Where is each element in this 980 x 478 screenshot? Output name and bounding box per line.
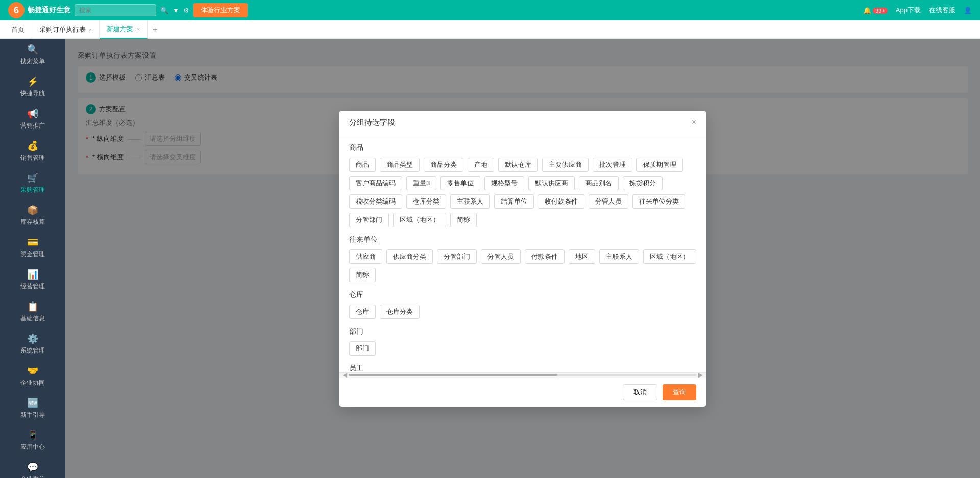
sidebar-item-wechat[interactable]: 💬 企业微信 bbox=[0, 457, 65, 478]
purchase-icon: 🛒 bbox=[27, 172, 38, 184]
field-tag-tax-code[interactable]: 税收分类编码 bbox=[349, 194, 402, 209]
dropdown-icon[interactable]: ▼ bbox=[173, 7, 179, 14]
tab-add-button[interactable]: + bbox=[148, 25, 162, 34]
modal-header: 分组待选字段 × bbox=[339, 111, 706, 135]
field-tag-batch-mgmt[interactable]: 批次管理 bbox=[593, 158, 632, 172]
goods-section: 商品 商品 商品类型 商品分类 产地 默认仓库 主要供应商 批次管理 保质期管理… bbox=[349, 143, 696, 227]
field-tag-weight3[interactable]: 重量3 bbox=[406, 176, 436, 190]
field-tag-expiry-mgmt[interactable]: 保质期管理 bbox=[636, 158, 683, 172]
sidebar-item-finance[interactable]: 💳 资金管理 bbox=[0, 232, 65, 264]
search-icon: 🔍 bbox=[27, 44, 38, 55]
emp-section-label: 员工 bbox=[349, 364, 696, 372]
field-tag-settlement-unit[interactable]: 结算单位 bbox=[494, 194, 534, 209]
field-tag-main-supplier[interactable]: 主要供应商 bbox=[542, 158, 589, 172]
confirm-button[interactable]: 查询 bbox=[663, 384, 696, 400]
field-tag-abbr[interactable]: 简称 bbox=[450, 213, 477, 227]
field-tag-origin[interactable]: 产地 bbox=[468, 158, 494, 172]
sidebar-item-guide[interactable]: 🆕 新手引导 bbox=[0, 392, 65, 424]
tab-new-plan[interactable]: 新建方案 × bbox=[100, 20, 147, 39]
dept-section-label: 部门 bbox=[349, 327, 696, 336]
tab-purchase-exec-close[interactable]: × bbox=[89, 27, 92, 33]
top-bar: 6 畅捷通好生意 🔍 ▼ ⚙ 体验行业方案 🔔 99+ App下载 在线客服 👤 bbox=[0, 0, 980, 20]
field-tag-payment-cond[interactable]: 付款条件 bbox=[525, 249, 565, 264]
sidebar-label-basic: 基础信息 bbox=[20, 314, 45, 323]
trial-button[interactable]: 体验行业方案 bbox=[193, 3, 248, 17]
settings-icon[interactable]: ⚙ bbox=[183, 7, 189, 14]
modal-title: 分组待选字段 bbox=[349, 118, 395, 128]
sidebar-label-guide: 新手引导 bbox=[20, 411, 45, 419]
field-tag-region2[interactable]: 区域（地区） bbox=[643, 249, 696, 264]
field-tag-department[interactable]: 部门 bbox=[349, 341, 376, 356]
field-tag-dept[interactable]: 分管部门 bbox=[349, 213, 389, 227]
cancel-button[interactable]: 取消 bbox=[623, 384, 657, 400]
field-tag-goods[interactable]: 商品 bbox=[349, 158, 376, 172]
sidebar-item-marketing[interactable]: 📢 营销推广 bbox=[0, 103, 65, 135]
sidebar-label-coop: 企业协同 bbox=[20, 379, 45, 387]
modal-close-button[interactable]: × bbox=[692, 118, 696, 127]
sidebar-label-sales: 销售管理 bbox=[20, 154, 45, 162]
sidebar-item-operation[interactable]: 📊 经营管理 bbox=[0, 264, 65, 296]
marketing-icon: 📢 bbox=[27, 108, 38, 119]
modal-body[interactable]: 商品 商品 商品类型 商品分类 产地 默认仓库 主要供应商 批次管理 保质期管理… bbox=[339, 135, 706, 372]
user-avatar[interactable]: 👤 bbox=[964, 7, 972, 14]
scroll-thumb[interactable] bbox=[349, 374, 557, 376]
field-tag-retail-unit[interactable]: 零售单位 bbox=[440, 176, 480, 190]
top-right-actions: 🔔 99+ App下载 在线客服 👤 bbox=[863, 6, 972, 15]
warehouse-section: 仓库 仓库 仓库分类 bbox=[349, 290, 696, 319]
stock-icon: 📦 bbox=[27, 205, 38, 216]
sidebar-item-quick[interactable]: ⚡ 快捷导航 bbox=[0, 71, 65, 103]
sidebar-item-stock[interactable]: 📦 库存核算 bbox=[0, 199, 65, 232]
online-support-link[interactable]: 在线客服 bbox=[929, 6, 955, 15]
field-tag-warehouse[interactable]: 仓库 bbox=[349, 305, 376, 319]
field-tag-area[interactable]: 地区 bbox=[569, 249, 595, 264]
modal-horizontal-scrollbar[interactable]: ◀ ▶ bbox=[339, 372, 706, 378]
field-tag-warehouse-cat[interactable]: 仓库分类 bbox=[406, 194, 446, 209]
tab-home-label: 首页 bbox=[11, 25, 24, 34]
field-tag-spec-model[interactable]: 规格型号 bbox=[484, 176, 524, 190]
field-tag-default-supplier[interactable]: 默认供应商 bbox=[528, 176, 575, 190]
top-bar-left: 6 畅捷通好生意 🔍 ▼ ⚙ 体验行业方案 bbox=[8, 2, 248, 18]
sidebar-label-marketing: 营销推广 bbox=[20, 121, 45, 130]
finance-icon: 💳 bbox=[27, 237, 38, 248]
sidebar-item-search[interactable]: 🔍 搜索菜单 bbox=[0, 39, 65, 71]
field-tag-goods-cat[interactable]: 商品分类 bbox=[424, 158, 463, 172]
tab-new-plan-close[interactable]: × bbox=[136, 26, 139, 32]
field-tag-goods-type[interactable]: 商品类型 bbox=[380, 158, 420, 172]
field-tag-pick-points[interactable]: 拣货积分 bbox=[623, 176, 663, 190]
field-tag-default-warehouse[interactable]: 默认仓库 bbox=[498, 158, 538, 172]
sidebar-item-basic[interactable]: 📋 基础信息 bbox=[0, 296, 65, 328]
field-tag-main-contact[interactable]: 主联系人 bbox=[450, 194, 490, 209]
dept-field-tags: 部门 bbox=[349, 341, 696, 356]
guide-icon: 🆕 bbox=[27, 397, 38, 409]
field-tag-supplier[interactable]: 供应商 bbox=[349, 249, 382, 264]
search-input[interactable] bbox=[75, 4, 156, 16]
sidebar-item-sales[interactable]: 💰 销售管理 bbox=[0, 135, 65, 167]
sidebar-label-search: 搜索菜单 bbox=[20, 57, 45, 66]
field-tag-goods-alias[interactable]: 商品别名 bbox=[579, 176, 619, 190]
department-section: 部门 部门 bbox=[349, 327, 696, 356]
warehouse-section-label: 仓库 bbox=[349, 290, 696, 299]
field-tag-manager[interactable]: 分管人员 bbox=[589, 194, 628, 209]
sidebar-item-system[interactable]: ⚙️ 系统管理 bbox=[0, 328, 65, 360]
message-area[interactable]: 🔔 99+ bbox=[863, 7, 888, 14]
app-download-link[interactable]: App下载 bbox=[896, 6, 921, 15]
scroll-track bbox=[349, 374, 697, 376]
field-select-modal: 分组待选字段 × 商品 商品 商品类型 商品分类 产地 默认仓库 bbox=[339, 111, 706, 407]
sidebar-item-appcenter[interactable]: 📱 应用中心 bbox=[0, 424, 65, 457]
field-tag-warehouse-type[interactable]: 仓库分类 bbox=[380, 305, 420, 319]
sidebar-item-coop[interactable]: 🤝 企业协同 bbox=[0, 360, 65, 392]
quick-icon: ⚡ bbox=[27, 76, 38, 87]
field-tag-abbr2[interactable]: 简称 bbox=[349, 268, 376, 282]
field-tag-partner-cat[interactable]: 往来单位分类 bbox=[632, 194, 685, 209]
field-tag-supplier-cat[interactable]: 供应商分类 bbox=[386, 249, 433, 264]
field-tag-customer-code[interactable]: 客户商品编码 bbox=[349, 176, 402, 190]
field-tag-partner-staff[interactable]: 分管人员 bbox=[481, 249, 521, 264]
employee-section: 员工 业务员 bbox=[349, 364, 696, 372]
tab-home[interactable]: 首页 bbox=[4, 20, 32, 39]
field-tag-region[interactable]: 区域（地区） bbox=[393, 213, 446, 227]
field-tag-partner-dept[interactable]: 分管部门 bbox=[437, 249, 477, 264]
field-tag-main-contact2[interactable]: 主联系人 bbox=[599, 249, 639, 264]
tab-purchase-exec[interactable]: 采购订单执行表 × bbox=[32, 20, 100, 39]
field-tag-payment-terms[interactable]: 收付款条件 bbox=[538, 194, 584, 209]
sidebar-item-purchase[interactable]: 🛒 采购管理 bbox=[0, 167, 65, 199]
